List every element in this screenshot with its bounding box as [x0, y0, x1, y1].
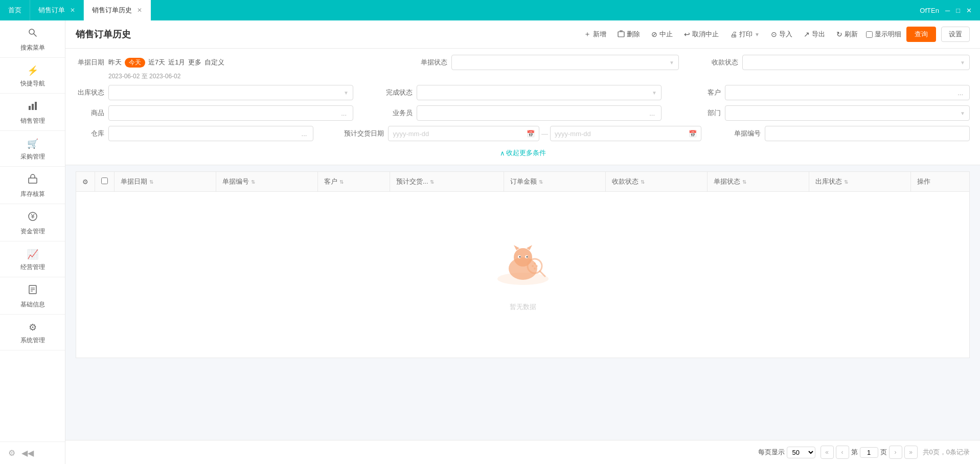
prev-page-button[interactable]: ‹: [836, 446, 849, 459]
sidebar-item-system-label: 系统管理: [20, 336, 45, 345]
bill-status-select[interactable]: ▼: [451, 55, 679, 70]
goods-select[interactable]: ...: [108, 105, 353, 121]
bill-no-input[interactable]: [765, 126, 970, 141]
table-select-all-checkbox[interactable]: [101, 178, 108, 184]
tab-home[interactable]: 首页: [0, 0, 30, 20]
svg-rect-3: [32, 104, 34, 110]
sidebar-item-search-menu[interactable]: 搜索菜单: [0, 20, 65, 58]
sidebar-item-system[interactable]: ⚙ 系统管理: [0, 315, 65, 350]
date-yesterday[interactable]: 昨天: [108, 58, 122, 67]
th-amount: 订单金额 ⇅: [504, 172, 606, 192]
sidebar-settings-icon[interactable]: ⚙: [8, 448, 15, 458]
stop-button[interactable]: ⊘ 中止: [648, 28, 676, 41]
delivery-date-start-input[interactable]: yyyy-mm-dd 📅: [388, 126, 539, 141]
th-out-status-sort-icon[interactable]: ⇅: [844, 179, 848, 185]
print-dropdown-icon: ▼: [755, 32, 760, 37]
delivery-date-label: 预计交货日期: [344, 129, 384, 138]
receive-status-select[interactable]: ▼: [742, 55, 970, 70]
th-date-label: 单据日期: [121, 178, 147, 185]
out-status-select[interactable]: ▼: [108, 85, 353, 100]
warehouse-label: 仓库: [76, 129, 104, 138]
date-today[interactable]: 今天: [125, 58, 145, 68]
sidebar-item-inventory[interactable]: 库存核算: [0, 167, 65, 204]
sidebar-item-purchase-mgmt[interactable]: 🛒 采购管理: [0, 131, 65, 167]
svg-point-26: [532, 265, 534, 267]
salesperson-dots[interactable]: ...: [647, 109, 657, 117]
warehouse-select[interactable]: ...: [108, 126, 313, 141]
date-7days[interactable]: 近7天: [148, 58, 165, 67]
print-button[interactable]: 🖨 打印 ▼: [727, 28, 763, 41]
sidebar-item-business[interactable]: 📈 经营管理: [0, 241, 65, 277]
svg-rect-2: [29, 106, 31, 110]
export-button[interactable]: ↗ 导出: [801, 28, 828, 41]
sales-order-tab-close[interactable]: ✕: [70, 7, 75, 14]
delivery-date-end-calendar-icon[interactable]: 📅: [689, 130, 697, 138]
print-icon: 🖨: [730, 30, 737, 38]
sidebar-item-capital[interactable]: ¥ 资金管理: [0, 204, 65, 241]
first-page-button[interactable]: «: [821, 446, 834, 459]
tab-sales-order-history[interactable]: 销售订单历史 ✕: [84, 0, 151, 20]
complete-status-select[interactable]: ▼: [417, 85, 662, 100]
settings-button[interactable]: 设置: [941, 27, 970, 42]
th-customer-sort-icon[interactable]: ⇅: [339, 179, 344, 185]
filter-date: 单据日期 昨天 今天 近7天 近1月 更多 自定义: [76, 58, 388, 68]
import-button[interactable]: ⊙ 导入: [768, 28, 795, 41]
th-receive-status-sort-icon[interactable]: ⇅: [641, 179, 645, 185]
empty-state: 暂无数据: [82, 197, 963, 352]
import-icon: ⊙: [771, 30, 777, 38]
th-checkbox[interactable]: [95, 172, 115, 192]
complete-status-label: 完成状态: [384, 88, 413, 97]
page-label: 第: [851, 448, 858, 457]
sidebar-item-sales-mgmt[interactable]: 销售管理: [0, 94, 65, 131]
page-size-dropdown[interactable]: 10 20 50 100: [787, 447, 815, 458]
th-bill-no-sort-icon[interactable]: ⇅: [251, 179, 255, 185]
date-custom[interactable]: 自定义: [204, 58, 224, 67]
sidebar-item-quick-nav-label: 快捷导航: [20, 79, 45, 88]
goods-dots[interactable]: ...: [339, 109, 349, 117]
sidebar-collapse-icon[interactable]: ◀◀: [21, 448, 34, 458]
th-date-sort-icon[interactable]: ⇅: [149, 179, 153, 185]
th-amount-sort-icon[interactable]: ⇅: [539, 179, 543, 185]
delivery-date-start-calendar-icon[interactable]: 📅: [527, 130, 535, 138]
data-table: ⚙ 单据日期 ⇅ 单据编号 ⇅: [76, 171, 970, 358]
sidebar-item-basic-info[interactable]: 基础信息: [0, 277, 65, 315]
cancel-stop-label: 取消中止: [692, 30, 719, 39]
table-empty-row: 暂无数据: [76, 192, 970, 358]
dept-select[interactable]: ▼: [725, 105, 970, 121]
filter-row-2: 出库状态 ▼ 完成状态 ▼: [76, 85, 970, 100]
delivery-date-end-input[interactable]: yyyy-mm-dd 📅: [550, 126, 701, 141]
refresh-button[interactable]: ↻ 刷新: [833, 28, 861, 41]
query-button[interactable]: 查询: [906, 27, 936, 42]
th-receive-status: 收款状态 ⇅: [606, 172, 708, 192]
th-delivery-date-sort-icon[interactable]: ⇅: [430, 179, 434, 185]
window-maximize[interactable]: □: [956, 7, 960, 14]
delete-button[interactable]: 删除: [614, 28, 643, 41]
customer-select[interactable]: ...: [725, 85, 970, 100]
sidebar-item-quick-nav[interactable]: ⚡ 快捷导航: [0, 58, 65, 94]
table-settings-icon[interactable]: ⚙: [82, 178, 88, 186]
date-more[interactable]: 更多: [188, 58, 201, 67]
svg-point-21: [519, 256, 520, 258]
date-1month[interactable]: 近1月: [168, 58, 185, 67]
page-total: 共0页，0条记录: [923, 448, 970, 457]
window-close[interactable]: ✕: [966, 7, 972, 14]
import-label: 导入: [779, 30, 792, 39]
collapse-link[interactable]: ∧ 收起更多条件: [500, 148, 546, 158]
window-minimize[interactable]: ─: [945, 7, 950, 14]
next-page-button[interactable]: ›: [889, 446, 902, 459]
sales-order-history-tab-close[interactable]: ✕: [137, 7, 142, 14]
customer-dots[interactable]: ...: [955, 89, 965, 97]
salesperson-select[interactable]: ...: [417, 105, 662, 121]
th-settings[interactable]: ⚙: [76, 172, 95, 192]
show-details-checkbox-label[interactable]: 显示明细: [866, 30, 901, 39]
show-details-checkbox[interactable]: [866, 31, 873, 38]
last-page-button[interactable]: »: [904, 446, 918, 459]
filter-row-4: 仓库 ... 预计交货日期 yyyy-mm-dd 📅 —: [76, 126, 970, 141]
th-bill-status-sort-icon[interactable]: ⇅: [742, 179, 746, 185]
tab-sales-order[interactable]: 销售订单 ✕: [30, 0, 84, 20]
warehouse-dots[interactable]: ...: [300, 130, 309, 138]
export-label: 导出: [812, 30, 825, 39]
page-number-input[interactable]: [860, 447, 878, 458]
new-button[interactable]: ＋ 新增: [581, 28, 609, 41]
cancel-stop-button[interactable]: ↩ 取消中止: [681, 28, 722, 41]
